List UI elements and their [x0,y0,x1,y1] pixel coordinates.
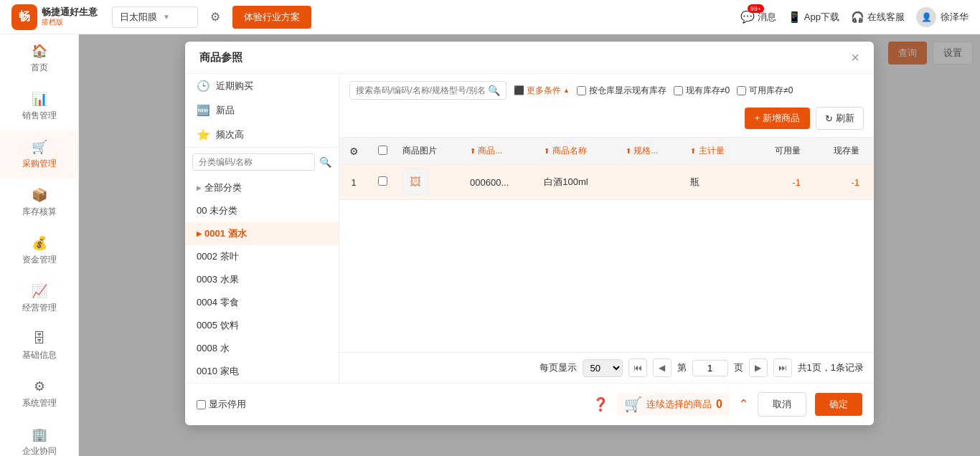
nav-frequent[interactable]: ⭐ 频次高 [185,123,339,147]
show-disabled-checkbox-input[interactable] [197,400,206,409]
cat-label-0010: 0010 家电 [197,366,239,376]
modal-header: 商品参照 × [185,42,874,74]
chevron-down-icon: ▼ [163,13,170,21]
checkbox-warehouse[interactable]: 按仓库显示现有库存 [577,85,666,97]
nav-new-label: 新品 [216,104,235,117]
show-disabled-checkbox[interactable]: 显示停用 [197,398,246,411]
select-all-checkbox[interactable] [378,146,387,155]
operation-icon: 📈 [32,283,47,299]
modal-body: 🕒 近期购买 🆕 新品 ⭐ 频次高 [185,74,874,383]
finance-icon: 💰 [32,235,47,251]
add-product-button[interactable]: + 新增商品 [745,108,810,129]
cat-item-0004[interactable]: 0004 零食 [185,291,339,314]
cat-label-0005: 0005 饮料 [197,320,239,331]
col-spec-label: 规格... [633,146,658,156]
product-search-input[interactable] [356,85,485,95]
cart-area[interactable]: 🛒 连续选择的商品 0 [617,393,730,416]
cell-checkbox[interactable] [368,165,397,200]
cat-item-0005[interactable]: 0005 饮料 [185,314,339,337]
sidebar-item-finance[interactable]: 💰 资金管理 [0,227,78,275]
sidebar-item-home[interactable]: 🏠 首页 [0,34,78,82]
col-unit-sort-icon: ⬆ [690,147,696,155]
refresh-icon: ↻ [825,113,833,124]
modal-footer: 显示停用 ❓ 🛒 连续选择的商品 0 ⌃ 取消 确定 [185,383,874,425]
usable-checkbox-input[interactable] [737,86,746,95]
col-settings-header[interactable]: ⚙ [339,138,368,165]
topbar-right: 💬 99+ 消息 📱 App下载 🎧 在线客服 👤 徐泽华 [740,7,969,27]
col-code-header[interactable]: ⬆ 商品... [464,138,538,165]
cat-item-0003[interactable]: 0003 水果 [185,268,339,291]
app-label: App下载 [804,11,839,24]
trial-button[interactable]: 体验行业方案 [232,6,311,29]
col-checkbox-header[interactable] [368,138,397,165]
category-search-icon[interactable]: 🔍 [319,156,331,168]
collapse-cart-icon[interactable]: ⌃ [738,396,749,412]
main-content: 查询 设置 商品参照 × [79,34,980,456]
col-spec-sort-icon: ⬆ [626,147,631,155]
page-first-button[interactable]: ⏮ [628,358,647,377]
modal-close-button[interactable]: × [851,50,859,65]
online-service[interactable]: 🎧 在线客服 [851,11,905,24]
basic-icon: 🗄 [33,331,46,346]
col-unit-header[interactable]: ⬆ 主计量 [684,138,751,165]
chevron-up-icon: ▲ [563,87,570,94]
table-row[interactable]: 1 🖼 [339,165,874,200]
nav-new[interactable]: 🆕 新品 [185,98,339,123]
sales-icon: 📊 [32,91,47,107]
row-checkbox[interactable] [378,176,387,186]
logo-sub: 搭档版 [42,17,98,27]
page-next-button[interactable]: ▶ [749,358,768,377]
filter-button[interactable]: ⬛ 更多条件 ▲ [514,85,570,97]
settings-gear-icon[interactable]: ⚙ [349,146,359,157]
cat-label-00: 00 未分类 [197,205,237,216]
col-spec-header[interactable]: ⬆ 规格... [620,138,684,165]
available-checkbox-label: 现有库存≠0 [686,85,730,97]
sidebar-label-home: 首页 [31,62,48,74]
sidebar-item-enterprise[interactable]: 🏢 企业协同 [0,418,78,456]
col-name-header[interactable]: ⬆ 商品名称 [538,138,620,165]
category-search-input[interactable] [192,153,315,171]
purchase-icon: 🛒 [32,139,47,155]
cell-unit: 瓶 [684,165,751,200]
checkbox-available[interactable]: 现有库存≠0 [674,85,730,97]
cat-item-00[interactable]: 00 未分类 [185,199,339,222]
sidebar-item-system[interactable]: ⚙ 系统管理 [0,370,78,418]
sidebar-item-purchase[interactable]: 🛒 采购管理 [0,130,78,179]
cat-item-0002[interactable]: 0002 茶叶 [185,245,339,268]
per-page-select[interactable]: 50 10 20 100 [583,359,623,377]
sidebar-item-sales[interactable]: 📊 销售管理 [0,82,78,130]
user-area[interactable]: 👤 徐泽华 [916,7,969,27]
table-container: ⚙ 商品图片 [339,138,874,352]
page-number-input[interactable] [692,360,728,376]
cat-item-all[interactable]: ▶ 全部分类 [185,176,339,199]
arrow-icon-all: ▶ [197,184,202,191]
settings-button[interactable]: ⚙ [204,6,227,29]
modal-overlay: 商品参照 × 🕒 近期购买 🆕 [79,34,980,456]
cat-item-0001[interactable]: ▶ 0001 酒水 [185,222,339,245]
help-icon[interactable]: ❓ [593,396,608,412]
cancel-button[interactable]: 取消 [758,392,806,417]
checkbox-usable[interactable]: 可用库存≠0 [737,85,793,97]
topbar: 畅 畅捷通好生意 搭档版 日太阳膜 ▼ ⚙ 体验行业方案 💬 99+ 消息 📱 … [0,0,980,34]
message-notif[interactable]: 💬 99+ 消息 [740,10,776,24]
app-download[interactable]: 📱 App下载 [788,11,839,24]
arrow-icon-0001: ▶ [197,230,202,237]
store-selector[interactable]: 日太阳膜 ▼ [112,6,198,28]
available-checkbox-input[interactable] [674,86,683,95]
refresh-button[interactable]: ↻ 刷新 [816,107,864,130]
cat-item-0010[interactable]: 0010 家电 [185,360,339,383]
nav-recent[interactable]: 🕒 近期购买 [185,74,339,98]
sidebar-item-inventory[interactable]: 📦 库存核算 [0,179,78,227]
page-prev-button[interactable]: ◀ [653,358,672,377]
page-last-button[interactable]: ⏭ [773,358,792,377]
confirm-button[interactable]: 确定 [815,393,862,416]
warehouse-checkbox-input[interactable] [577,86,586,95]
col-stock-header: 现存量 [806,138,874,165]
user-name: 徐泽华 [941,11,969,24]
search-icon[interactable]: 🔍 [488,85,500,96]
home-icon: 🏠 [32,43,47,59]
sidebar-item-basic[interactable]: 🗄 基础信息 [0,323,78,370]
cat-item-0008[interactable]: 0008 水 [185,337,339,360]
sidebar-item-operation[interactable]: 📈 经营管理 [0,275,78,323]
col-image-header: 商品图片 [397,138,464,165]
